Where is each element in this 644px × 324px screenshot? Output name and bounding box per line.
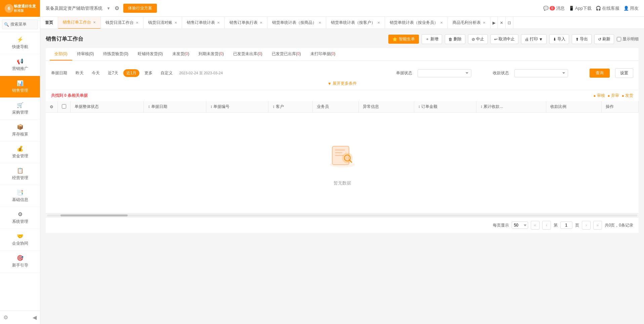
tab-expand-btn[interactable]: ⊡ — [506, 17, 513, 29]
date-btn-yesterday[interactable]: 昨天 — [73, 69, 87, 77]
tab-margin[interactable]: 商品毛利分析表 ✕ — [448, 17, 490, 29]
settings-icon-btn[interactable]: ⚙ — [115, 5, 119, 11]
tab-close-btn[interactable]: ✕ — [136, 21, 138, 25]
svg-rect-4 — [335, 150, 345, 151]
sidebar-item-sales[interactable]: 📊 销售管理 — [0, 76, 40, 98]
show-detail-checkbox[interactable] — [617, 37, 621, 41]
sidebar-item-guide[interactable]: 🎯 新手引导 — [0, 251, 40, 273]
tab-sales-exec[interactable]: 销售订单执行表 ✕ — [225, 17, 267, 29]
prev-page-btn[interactable]: ‹ — [542, 221, 551, 230]
sidebar-item-enterprise[interactable]: 🤝 企业协同 — [0, 229, 40, 251]
message-btn[interactable]: 💬 6 消息 — [543, 5, 565, 11]
subtab-label: 未打印单据 — [310, 51, 331, 56]
expand-more-btn[interactable]: ▼ 展开更多条件 — [328, 81, 357, 86]
query-btn[interactable]: 查询 — [590, 69, 610, 78]
last-page-btn[interactable]: » — [593, 221, 602, 230]
show-detail-label[interactable]: 显示明细 — [617, 36, 639, 42]
col-settings[interactable]: ⚙ — [46, 101, 58, 113]
print-btn[interactable]: 🖨 打印 ▼ — [521, 34, 547, 44]
tab-summary-customer[interactable]: 销货单统计表（按客户） ✕ — [326, 17, 385, 29]
date-btn-today[interactable]: 今天 — [89, 69, 103, 77]
topbar: 装备及固定资产辅助管理系统 ▼ ⚙ 体验行业方案 💬 6 消息 📱 App下载 … — [40, 0, 644, 17]
add-btn[interactable]: ＋ 新增 — [422, 34, 442, 44]
tab-close-all-btn[interactable]: ✕ — [498, 17, 506, 29]
tab-close-btn[interactable]: ✕ — [260, 21, 262, 25]
subtab-wangpu-pending[interactable]: 旺铺待发货(0) — [133, 48, 168, 60]
subtab-not-shipped[interactable]: 未发货(0) — [168, 48, 194, 60]
sidebar-item-system[interactable]: ⚙ 系统管理 — [0, 207, 40, 229]
subtab-label: 待拣货验货 — [103, 51, 123, 56]
subtab-expired-not-shipped[interactable]: 到期未发货(0) — [194, 48, 228, 60]
subtab-count: 0 — [125, 51, 127, 56]
review-action-btn[interactable]: ● 审核 — [593, 93, 605, 98]
tab-close-btn[interactable]: ✕ — [483, 21, 485, 25]
sidebar-item-basic-info[interactable]: 📑 基础信息 — [0, 185, 40, 207]
col-collected: ↕ 累计收款... — [476, 101, 546, 113]
date-btn-more[interactable]: 更多 — [141, 69, 156, 77]
select-all-checkbox[interactable] — [62, 104, 66, 109]
sidebar-item-purchase[interactable]: 🛒 采购管理 — [0, 98, 40, 120]
tab-sales-stat[interactable]: 销售订单统计表 ✕ — [182, 17, 225, 29]
import-btn[interactable]: ⬇ 导入 — [549, 34, 569, 44]
tab-close-btn[interactable]: ✕ — [377, 21, 380, 25]
tab-home[interactable]: 首页 — [40, 17, 58, 29]
date-btn-last1month[interactable]: 近1月 — [123, 69, 140, 77]
subtab-pending-review[interactable]: 待审核(0) — [72, 48, 99, 60]
status-filter-select[interactable] — [418, 69, 471, 77]
scrollbar-thumb[interactable] — [60, 214, 128, 216]
per-page-select[interactable]: 20 50 100 200 — [512, 221, 528, 229]
tab-summary-staff[interactable]: 销货单统计表（按业务员） ✕ — [385, 17, 448, 29]
subtab-all[interactable]: 全部(0) — [50, 48, 72, 60]
ship-label: 发货 — [625, 93, 633, 98]
empty-svg — [326, 139, 359, 170]
pagination-bar: 每页显示 20 50 100 200 « ‹ 第 页 › » 共0页，0条记录 — [46, 217, 639, 233]
search-menu-btn[interactable]: 🔍 搜索菜单 — [2, 19, 38, 29]
delete-btn[interactable]: 🗑 删除 — [445, 34, 465, 44]
industry-solution-btn[interactable]: 体验行业方案 — [123, 4, 157, 13]
first-page-btn[interactable]: « — [531, 221, 540, 230]
ship-action-btn[interactable]: ● 发货 — [622, 93, 633, 98]
sidebar-item-quick-nav[interactable]: ⚡ 快捷导航 — [0, 32, 40, 54]
cancel-review-action-btn[interactable]: ● 弃审 — [608, 93, 619, 98]
smart-btn-label: 智能生单 — [399, 36, 415, 42]
payment-filter-select[interactable] — [514, 69, 568, 77]
tab-close-btn[interactable]: ✕ — [318, 21, 321, 25]
tab-cash-daily[interactable]: 钱货日清工作台 ✕ — [101, 17, 143, 29]
tab-summary-product[interactable]: 销货单统计表（按商品） ✕ — [267, 17, 326, 29]
tab-sales-workbench[interactable]: 销售订单工作台 ✕ — [58, 17, 101, 29]
date-btn-custom[interactable]: 自定义 — [158, 69, 176, 77]
online-service-btn[interactable]: 🎧 在线客服 — [596, 5, 619, 11]
tab-scroll-btn[interactable]: ▶ — [490, 17, 498, 29]
horizontal-scrollbar[interactable] — [46, 213, 639, 217]
tab-cash-reconcile[interactable]: 钱货日清对账 ✕ — [143, 17, 182, 29]
data-table: ⚙ 单据整体状态 ↕ 单据日期 ↕ 单据编号 — [46, 101, 639, 113]
date-btn-last7[interactable]: 近7天 — [105, 69, 121, 77]
sidebar-item-inventory[interactable]: 📦 库存核算 — [0, 120, 40, 141]
app-download-btn[interactable]: 📱 App下载 — [569, 5, 592, 11]
refresh-btn[interactable]: ↺ 刷新 — [594, 34, 614, 44]
subtab-pending-inspect[interactable]: 待拣货验货(0) — [98, 48, 133, 60]
next-page-btn[interactable]: › — [582, 221, 591, 230]
tab-close-btn[interactable]: ✕ — [217, 21, 220, 25]
export-btn[interactable]: ⬆ 导出 — [572, 34, 592, 44]
tab-close-btn[interactable]: ✕ — [440, 21, 443, 25]
settings-bottom-btn[interactable]: ⚙ — [3, 314, 8, 321]
table-action-btns: ● 审核 ● 弃审 ● 发货 — [593, 93, 633, 98]
suspend-btn[interactable]: ⊘ 中止 — [468, 34, 488, 44]
collapse-sidebar-btn[interactable]: ◀ — [33, 314, 37, 321]
expand-label: 展开更多条件 — [333, 81, 357, 86]
cancel-suspend-btn[interactable]: ↩ 取消中止 — [490, 34, 518, 44]
subtab-not-printed[interactable]: 未打印单据(0) — [306, 48, 340, 60]
sidebar-item-marketing[interactable]: 📢 营销推广 — [0, 54, 40, 76]
smart-create-btn[interactable]: ⭐ 智能生单 — [388, 35, 419, 44]
subtab-shipped-not-out[interactable]: 已发货未出库(0) — [228, 48, 267, 60]
sidebar-item-operation[interactable]: 📋 经营管理 — [0, 163, 40, 185]
tab-close-btn[interactable]: ✕ — [93, 21, 96, 24]
topbar-dropdown-icon[interactable]: ▼ — [106, 6, 111, 11]
sidebar-item-finance[interactable]: 💰 资金管理 — [0, 141, 40, 163]
tab-close-btn[interactable]: ✕ — [174, 21, 177, 25]
subtab-shipped-out[interactable]: 已发货已出库(0) — [267, 48, 306, 60]
user-avatar-btn[interactable]: 👤 用友 — [624, 5, 639, 11]
page-number-input[interactable] — [560, 221, 572, 229]
settings-filter-btn[interactable]: 设置 — [615, 68, 633, 78]
